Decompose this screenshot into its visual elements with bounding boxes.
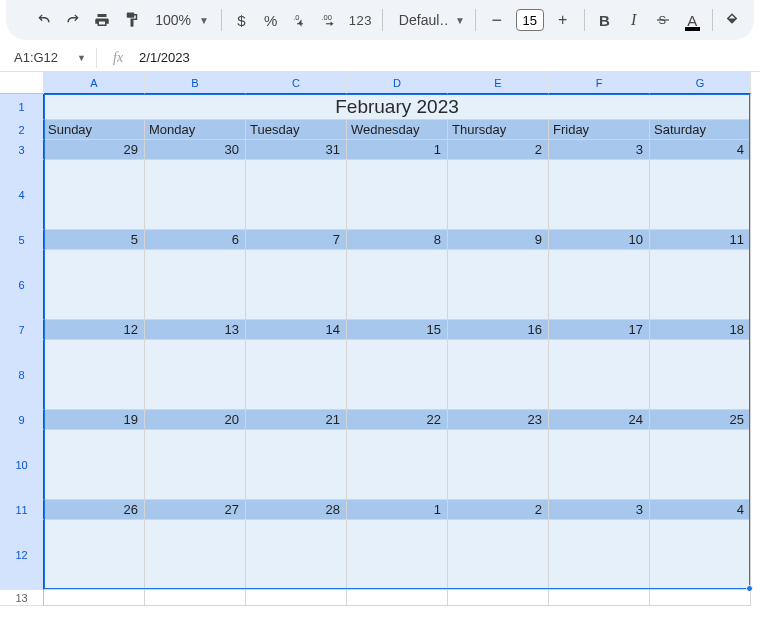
date-cell[interactable]: 15	[347, 320, 448, 340]
empty-cell[interactable]	[145, 250, 246, 320]
date-cell[interactable]: 8	[347, 230, 448, 250]
empty-cell[interactable]	[246, 250, 347, 320]
date-cell[interactable]: 18	[650, 320, 751, 340]
date-cell[interactable]: 16	[448, 320, 549, 340]
date-cell[interactable]: 31	[246, 140, 347, 160]
date-cell[interactable]: 10	[549, 230, 650, 250]
date-cell[interactable]: 7	[246, 230, 347, 250]
dayname-cell[interactable]: Wednesday	[347, 120, 448, 140]
empty-cell[interactable]	[347, 520, 448, 590]
date-cell[interactable]: 22	[347, 410, 448, 430]
empty-cell[interactable]	[650, 160, 751, 230]
dayname-cell[interactable]: Tuesday	[246, 120, 347, 140]
empty-cell[interactable]	[145, 430, 246, 500]
increase-decimal-button[interactable]: .00	[316, 5, 343, 35]
row-header[interactable]: 5	[0, 230, 44, 250]
text-color-button[interactable]: A	[679, 5, 706, 35]
date-cell[interactable]: 20	[145, 410, 246, 430]
date-cell[interactable]: 2	[448, 140, 549, 160]
col-header[interactable]: D	[347, 72, 448, 94]
empty-cell[interactable]	[347, 340, 448, 410]
print-button[interactable]	[89, 5, 116, 35]
italic-button[interactable]: I	[620, 5, 647, 35]
cells-area[interactable]: February 2023 Sunday Monday Tuesday Wedn…	[44, 94, 751, 606]
empty-cell[interactable]	[145, 520, 246, 590]
percent-button[interactable]: %	[257, 5, 284, 35]
row-header[interactable]: 10	[0, 430, 44, 500]
dayname-cell[interactable]: Monday	[145, 120, 246, 140]
empty-cell[interactable]	[650, 340, 751, 410]
bold-button[interactable]: B	[591, 5, 618, 35]
col-header[interactable]: G	[650, 72, 751, 94]
empty-cell[interactable]	[650, 520, 751, 590]
font-size-input[interactable]	[516, 9, 544, 31]
date-cell[interactable]: 29	[44, 140, 145, 160]
empty-cell[interactable]	[44, 590, 145, 606]
date-cell[interactable]: 24	[549, 410, 650, 430]
date-cell[interactable]: 12	[44, 320, 145, 340]
date-cell[interactable]: 2	[448, 500, 549, 520]
dayname-cell[interactable]: Saturday	[650, 120, 751, 140]
empty-cell[interactable]	[246, 520, 347, 590]
dayname-cell[interactable]: Friday	[549, 120, 650, 140]
date-cell[interactable]: 28	[246, 500, 347, 520]
name-box[interactable]: A1:G12 ▼	[8, 48, 90, 67]
empty-cell[interactable]	[549, 430, 650, 500]
date-cell[interactable]: 9	[448, 230, 549, 250]
empty-cell[interactable]	[44, 520, 145, 590]
empty-cell[interactable]	[549, 160, 650, 230]
date-cell[interactable]: 23	[448, 410, 549, 430]
dayname-cell[interactable]: Sunday	[44, 120, 145, 140]
redo-button[interactable]	[59, 5, 86, 35]
decrease-decimal-button[interactable]: .0	[286, 5, 313, 35]
date-cell[interactable]: 4	[650, 500, 751, 520]
empty-cell[interactable]	[44, 340, 145, 410]
date-cell[interactable]: 27	[145, 500, 246, 520]
date-cell[interactable]: 25	[650, 410, 751, 430]
row-header[interactable]: 11	[0, 500, 44, 520]
date-cell[interactable]: 3	[549, 140, 650, 160]
date-cell[interactable]: 11	[650, 230, 751, 250]
increase-font-button[interactable]: +	[548, 5, 578, 35]
row-header[interactable]: 1	[0, 94, 44, 120]
date-cell[interactable]: 14	[246, 320, 347, 340]
empty-cell[interactable]	[549, 250, 650, 320]
row-header[interactable]: 7	[0, 320, 44, 340]
row-header[interactable]: 4	[0, 160, 44, 230]
empty-cell[interactable]	[448, 520, 549, 590]
empty-cell[interactable]	[246, 340, 347, 410]
date-cell[interactable]: 1	[347, 140, 448, 160]
empty-cell[interactable]	[549, 520, 650, 590]
zoom-dropdown[interactable]: 100% ▼	[147, 12, 215, 28]
date-cell[interactable]: 17	[549, 320, 650, 340]
col-header[interactable]: E	[448, 72, 549, 94]
paint-format-button[interactable]	[118, 5, 145, 35]
row-header[interactable]: 8	[0, 340, 44, 410]
select-all-corner[interactable]	[0, 72, 44, 94]
empty-cell[interactable]	[549, 340, 650, 410]
fill-color-button[interactable]	[719, 5, 746, 35]
date-cell[interactable]: 26	[44, 500, 145, 520]
row-header[interactable]: 12	[0, 520, 44, 590]
strike-button[interactable]: S	[649, 5, 676, 35]
empty-cell[interactable]	[549, 590, 650, 606]
col-header[interactable]: F	[549, 72, 650, 94]
formula-input[interactable]: 2/1/2023	[137, 50, 760, 65]
date-cell[interactable]: 30	[145, 140, 246, 160]
date-cell[interactable]: 13	[145, 320, 246, 340]
undo-button[interactable]	[30, 5, 57, 35]
empty-cell[interactable]	[44, 250, 145, 320]
date-cell[interactable]: 4	[650, 140, 751, 160]
empty-cell[interactable]	[347, 590, 448, 606]
empty-cell[interactable]	[145, 590, 246, 606]
empty-cell[interactable]	[246, 430, 347, 500]
empty-cell[interactable]	[347, 430, 448, 500]
empty-cell[interactable]	[448, 590, 549, 606]
format-123-button[interactable]: 123	[345, 5, 376, 35]
empty-cell[interactable]	[145, 340, 246, 410]
col-header[interactable]: C	[246, 72, 347, 94]
col-header[interactable]: A	[44, 72, 145, 94]
empty-cell[interactable]	[448, 250, 549, 320]
decrease-font-button[interactable]: −	[482, 5, 512, 35]
empty-cell[interactable]	[448, 340, 549, 410]
